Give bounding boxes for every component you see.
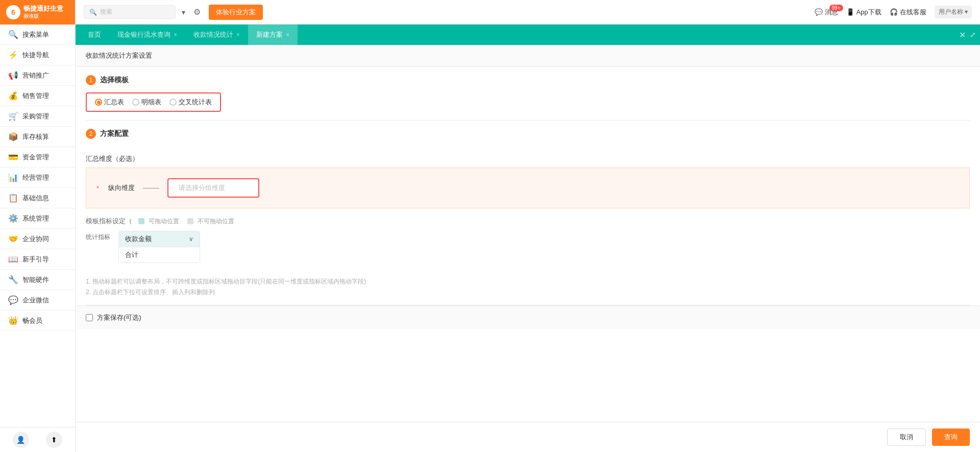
trial-button[interactable]: 体验行业方案 [209, 5, 263, 20]
save-label: 方案保存(可选) [97, 313, 141, 322]
tab-1[interactable]: 现金银行流水查询× [109, 25, 185, 45]
content-inner: 收款情况统计方案设置 1 选择模板 汇总表 明细表 交叉统计表 [76, 45, 980, 422]
service-link[interactable]: 🎧 在线客服 [890, 8, 926, 17]
radio-circle-0 [95, 99, 102, 106]
message-icon: 💬 [815, 8, 823, 16]
tab-close-3[interactable]: × [286, 31, 289, 38]
service-icon: 🎧 [890, 8, 898, 16]
metrics-legend: 可拖动位置 不可拖动位置 [138, 217, 234, 226]
metrics-table-area: 统计指标 收款金额 ∨ 合计 [86, 231, 970, 263]
radio-circle-2 [169, 99, 177, 106]
tab-3[interactable]: 新建方案× [248, 25, 298, 45]
search-placeholder: 搜索 [100, 8, 112, 16]
template-option-2[interactable]: 交叉统计表 [169, 98, 212, 107]
tab-close-1[interactable]: × [174, 31, 177, 38]
sidebar-icon-13: 💬 [8, 295, 18, 305]
sidebar-label-9: 系统管理 [22, 214, 49, 223]
sidebar-icon-2: 📢 [8, 70, 18, 80]
maximize-icon[interactable]: ⤢ [970, 31, 976, 39]
sidebar-label-1: 快捷导航 [22, 51, 49, 60]
arrow-icon: —— [143, 183, 159, 193]
metrics-table-header: 收款金额 ∨ [119, 231, 200, 247]
topbar-dropdown[interactable]: ▾ [182, 8, 185, 16]
sidebar-icon-1: ⚡ [8, 50, 18, 60]
sidebar-icon-11: 📖 [8, 254, 18, 264]
cancel-button[interactable]: 取消 [887, 429, 926, 446]
section-template: 1 选择模板 汇总表 明细表 交叉统计表 [76, 67, 980, 120]
sidebar-item-3[interactable]: 💰 销售管理 [0, 86, 75, 106]
section-config: 2 方案配置 [76, 121, 980, 154]
metrics-title: 模板指标设定（ 可拖动位置 不可拖动位置 [86, 217, 970, 226]
sidebar-icon-8: 📋 [8, 193, 18, 203]
sidebar-icon-3: 💰 [8, 91, 18, 101]
dimension-title-area: 汇总维度（必选） [76, 154, 980, 168]
content-area: 收款情况统计方案设置 1 选择模板 汇总表 明细表 交叉统计表 [76, 45, 980, 422]
sidebar-item-5[interactable]: 📦 库存核算 [0, 127, 75, 147]
query-button[interactable]: 查询 [932, 429, 970, 446]
metrics-chevron-icon[interactable]: ∨ [189, 235, 193, 243]
sidebar-item-0[interactable]: 🔍 搜索菜单 [0, 25, 75, 45]
user-name[interactable]: 用户名称 ▾ [935, 6, 972, 18]
tab-label-1: 现金银行流水查询 [117, 30, 170, 39]
gear-icon[interactable]: ⚙ [193, 7, 201, 17]
metrics-table: 收款金额 ∨ 合计 [118, 231, 200, 263]
save-section: 方案保存(可选) [76, 305, 980, 329]
sidebar-label-0: 搜索菜单 [22, 30, 49, 39]
sidebar-label-2: 营销推广 [22, 71, 49, 80]
message-badge[interactable]: 💬 消息 99+ [815, 8, 838, 17]
section1-title: 1 选择模板 [86, 75, 970, 85]
sidebar-item-1[interactable]: ⚡ 快捷导航 [0, 45, 75, 65]
sidebar-item-2[interactable]: 📢 营销推广 [0, 65, 75, 86]
tip-line-0: 1. 拖动标题栏可以调整布局，不可跨维度或指标区域拖动目字段(只能在同一维度或指… [86, 277, 970, 286]
tabbar-right: ✕ ⤢ [959, 30, 976, 40]
radio-circle-1 [132, 99, 139, 106]
sidebar-label-14: 畅会员 [22, 316, 42, 325]
template-option-0[interactable]: 汇总表 [95, 98, 124, 107]
download-label: App下载 [856, 8, 881, 17]
download-link[interactable]: 📱 App下载 [846, 8, 881, 17]
sidebar-logo: 6 畅捷通好生意 标准版 [0, 0, 75, 25]
sidebar-item-6[interactable]: 💳 资金管理 [0, 147, 75, 168]
sidebar-label-4: 采购管理 [22, 112, 49, 121]
sidebar-icon-14: 👑 [8, 316, 18, 325]
radio-label-1: 明细表 [141, 98, 161, 107]
topbar-right: 💬 消息 99+ 📱 App下载 🎧 在线客服 用户名称 ▾ [815, 6, 972, 18]
sidebar-bottom-btn-1[interactable]: 👤 [13, 432, 29, 448]
sidebar-item-10[interactable]: 🤝 企业协同 [0, 229, 75, 249]
draggable-legend-dot [138, 218, 144, 224]
sidebar-icon-9: ⚙️ [8, 213, 18, 223]
sidebar-icon-0: 🔍 [8, 30, 18, 39]
sidebar-item-4[interactable]: 🛒 采购管理 [0, 106, 75, 127]
radio-label-2: 交叉统计表 [179, 98, 212, 107]
sidebar-label-11: 新手引导 [22, 255, 49, 264]
tab-2[interactable]: 收款情况统计× [185, 25, 248, 45]
app-name: 畅捷通好生意 [23, 5, 63, 13]
tab-label-3: 新建方案 [256, 30, 283, 39]
template-option-1[interactable]: 明细表 [132, 98, 161, 107]
action-bar: 取消 查询 [76, 422, 980, 452]
sidebar-label-6: 资金管理 [22, 153, 49, 162]
vertical-dimension-input[interactable]: 请选择分组维度 [167, 178, 259, 198]
sidebar-item-7[interactable]: 📊 经营管理 [0, 168, 75, 188]
sidebar-item-11[interactable]: 📖 新手引导 [0, 249, 75, 270]
sidebar-item-8[interactable]: 📋 基础信息 [0, 188, 75, 208]
template-selector: 汇总表 明细表 交叉统计表 [86, 92, 221, 112]
dimension-title: 汇总维度（必选） [86, 155, 139, 162]
sidebar-icon-4: 🛒 [8, 111, 18, 121]
section2-label: 方案配置 [100, 129, 129, 138]
draggable-legend-label: 可拖动位置 [149, 217, 179, 226]
sidebar-item-14[interactable]: 👑 畅会员 [0, 311, 75, 331]
tab-close-2[interactable]: × [236, 31, 240, 38]
sidebar-item-13[interactable]: 💬 企业微信 [0, 290, 75, 311]
topbar-search[interactable]: 🔍 搜索 [84, 5, 176, 19]
save-checkbox[interactable] [86, 314, 93, 321]
sidebar-label-5: 库存核算 [22, 132, 49, 141]
sidebar-bottom-btn-2[interactable]: ⬆ [46, 432, 62, 448]
close-window-icon[interactable]: ✕ [959, 30, 966, 40]
sidebar-item-9[interactable]: ⚙️ 系统管理 [0, 208, 75, 229]
sidebar-item-12[interactable]: 🔧 智能硬件 [0, 270, 75, 290]
radio-label-0: 汇总表 [104, 98, 124, 107]
service-label: 在线客服 [900, 8, 926, 17]
tab-0[interactable]: 首页 [80, 25, 109, 45]
metrics-section-label: 统计指标 [86, 231, 110, 242]
